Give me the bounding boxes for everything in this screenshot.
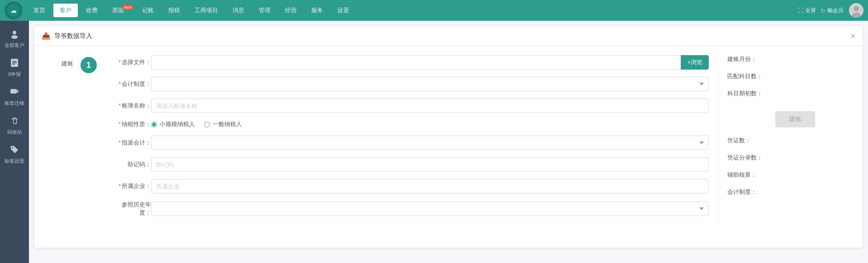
ledger-name-label: 账簿名称：	[115, 102, 151, 110]
tax-small-scale-label: 小规模纳税人	[160, 120, 195, 128]
tax-general-radio[interactable]	[204, 122, 210, 127]
nav-billing[interactable]: 收费	[80, 4, 104, 17]
sidebar-item-account-migration[interactable]: 账套迁移	[1, 83, 28, 110]
app-logo[interactable]: ☁	[5, 1, 23, 19]
file-select-input[interactable]	[151, 55, 681, 70]
all-customers-label: 全部客户	[5, 42, 24, 49]
account-migration-icon	[9, 87, 19, 98]
tax-type-row: 纳税性质： 小规模纳税人 一般纳税人	[115, 120, 709, 128]
sidebar-item-tag-settings[interactable]: 标签设置	[1, 141, 28, 168]
nav-customers[interactable]: 客户	[53, 4, 78, 17]
vouchers-label: 凭证数：	[727, 136, 768, 145]
svg-rect-8	[12, 61, 17, 62]
play-icon: ▷	[821, 7, 825, 14]
nav-services[interactable]: 服务	[305, 4, 329, 17]
member-label: 畅会员	[827, 7, 844, 14]
account-migration-label: 账套迁移	[5, 100, 24, 107]
main-layout: 全部客户 0申报 账套迁移	[0, 21, 868, 263]
memo-code-input[interactable]	[151, 157, 709, 172]
assign-accountant-row: 指派会计：	[115, 136, 709, 150]
memo-code-label: 助记码：	[115, 160, 151, 169]
svg-point-5	[13, 31, 16, 34]
fullscreen-label: 全屏	[805, 7, 816, 14]
tax-small-scale-radio[interactable]	[151, 122, 157, 127]
ledger-name-row: 账簿名称：	[115, 99, 709, 113]
affiliated-company-row: 所属企业：	[115, 179, 709, 193]
left-sidebar: 全部客户 0申报 账套迁移	[0, 21, 29, 263]
info-row-build-month: 建账月份：	[727, 55, 854, 63]
info-row-match-subjects: 匹配科目数：	[727, 72, 854, 80]
tax-type-label: 纳税性质：	[115, 120, 151, 128]
nav-invoice[interactable]: 票据 new	[106, 4, 134, 17]
assign-accountant-select[interactable]	[151, 136, 709, 150]
svg-text:☁: ☁	[10, 7, 17, 14]
accounting-system-label: 会计制度：	[115, 80, 151, 88]
nav-bookkeeping[interactable]: 记账	[136, 4, 160, 17]
top-navigation: ☁ 首页 客户 收费 票据 new 记账 报税 工商项目 消息 管理 经营 服务…	[0, 0, 868, 21]
auxiliary-label: 辅助核算：	[727, 171, 768, 179]
sidebar-item-all-customers[interactable]: 全部客户	[1, 25, 28, 52]
voucher-entries-label: 凭证分录数：	[727, 154, 768, 162]
nav-right-actions: ⛶ 全屏 ▷ 畅会员	[798, 3, 863, 18]
info-row-accounting-system: 会计制度：	[727, 188, 854, 196]
ledger-name-input[interactable]	[151, 99, 709, 113]
tax-general-option[interactable]: 一般纳税人	[204, 120, 242, 128]
info-panel: 建账月份： 匹配科目数： 科目期初数： 建账	[718, 55, 863, 224]
historical-year-select[interactable]	[151, 202, 709, 216]
recycle-bin-label: 回收站	[7, 129, 22, 136]
nav-home[interactable]: 首页	[27, 4, 52, 17]
nav-items: 首页 客户 收费 票据 new 记账 报税 工商项目 消息 管理 经营 服务 设…	[27, 4, 798, 17]
svg-rect-10	[12, 64, 15, 65]
dialog-title: 📤 导爷数据导入	[42, 32, 92, 40]
declaration-label: 0申报	[8, 71, 21, 78]
step-section: 建账 1	[34, 55, 106, 73]
main-content: 📤 导爷数据导入 × 建账 1	[29, 21, 868, 263]
step-label: 建账	[62, 60, 73, 68]
match-subjects-label: 匹配科目数：	[727, 72, 768, 80]
dialog-card: 📤 导爷数据导入 × 建账 1	[34, 26, 863, 248]
dialog-title-text: 导爷数据导入	[54, 32, 92, 40]
member-button[interactable]: ▷ 畅会员	[821, 7, 844, 14]
accounting-system-row: 会计制度：	[115, 77, 709, 91]
declaration-icon	[9, 58, 19, 69]
tax-small-scale-option[interactable]: 小规模纳税人	[151, 120, 195, 128]
build-account-button[interactable]: 建账	[775, 111, 815, 127]
file-select-label: 选择文件：	[115, 58, 151, 66]
sidebar-item-recycle-bin[interactable]: 回收站	[1, 112, 28, 139]
tax-type-radio-group: 小规模纳税人 一般纳税人	[151, 120, 242, 128]
build-month-label: 建账月份：	[727, 55, 768, 63]
tag-settings-icon	[9, 145, 19, 156]
close-button[interactable]: ×	[850, 32, 855, 40]
affiliated-company-input[interactable]	[151, 179, 709, 193]
nav-settings[interactable]: 设置	[331, 4, 356, 17]
assign-accountant-label: 指派会计：	[115, 139, 151, 147]
sidebar-item-declaration[interactable]: 0申报	[1, 54, 28, 81]
svg-point-3	[854, 6, 859, 11]
dialog-header: 📤 导爷数据导入 ×	[34, 26, 863, 46]
nav-messages[interactable]: 消息	[226, 4, 251, 17]
nav-management[interactable]: 管理	[252, 4, 277, 17]
all-customers-icon	[9, 29, 19, 40]
info-row-voucher-entries: 凭证分录数：	[727, 154, 854, 162]
user-avatar[interactable]	[849, 3, 863, 18]
svg-point-6	[11, 35, 18, 39]
browse-button[interactable]: +浏览	[681, 55, 709, 70]
form-area: 选择文件： +浏览 会计制度：	[106, 55, 718, 224]
info-row-subject-opening: 科目期初数：	[727, 89, 854, 98]
info-row-vouchers: 凭证数：	[727, 136, 854, 145]
recycle-bin-icon	[9, 116, 19, 127]
svg-rect-9	[12, 62, 17, 63]
file-input-group: +浏览	[151, 55, 709, 70]
historical-year-row: 参照历史年度：	[115, 201, 709, 217]
accounting-system-info-label: 会计制度：	[727, 188, 768, 196]
fullscreen-button[interactable]: ⛶ 全屏	[798, 7, 816, 14]
nav-tax[interactable]: 报税	[162, 4, 186, 17]
svg-point-12	[12, 147, 14, 149]
accounting-system-select[interactable]	[151, 77, 709, 91]
step-badge: 1	[81, 57, 97, 73]
tax-general-label: 一般纳税人	[213, 120, 242, 128]
nav-business[interactable]: 工商项目	[188, 4, 224, 17]
subject-opening-label: 科目期初数：	[727, 89, 768, 98]
nav-operations[interactable]: 经营	[279, 4, 303, 17]
file-select-row: 选择文件： +浏览	[115, 55, 709, 70]
